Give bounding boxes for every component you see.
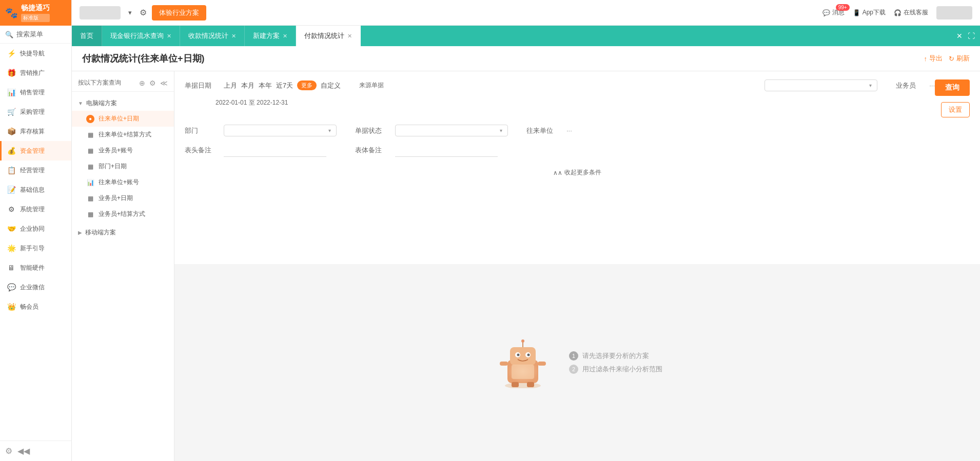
- content-area: 付款情况统计(往来单位+日期) ↑ 导出 ↻ 刷新 按以下方案查询 ⊕ ⚙: [72, 46, 980, 461]
- voucher-status-select[interactable]: ▾: [395, 125, 508, 136]
- page-header-right: ↑ 导出 ↻ 刷新: [924, 54, 970, 63]
- scheme-item-staff-date[interactable]: ▦ 业务员+日期: [72, 190, 174, 206]
- online-service-btn[interactable]: 🎧 在线客服: [894, 8, 928, 17]
- tab-receipt-stats-close[interactable]: ✕: [231, 33, 236, 39]
- marketing-icon: 🎁: [7, 68, 16, 77]
- messages-btn[interactable]: 💬 消息 99+: [822, 8, 845, 17]
- table-header-note-input[interactable]: [224, 144, 326, 157]
- scheme-icon: ▦: [86, 210, 94, 218]
- sidebar-item-inventory[interactable]: 📦 库存核算: [0, 122, 71, 141]
- sidebar-item-hardware[interactable]: 🖥 智能硬件: [0, 258, 71, 277]
- sidebar-bottom: ⚙ ◀◀: [0, 440, 71, 461]
- desktop-group-header[interactable]: ▼ 电脑端方案: [72, 96, 174, 111]
- table-body-note-input[interactable]: [395, 144, 498, 157]
- tab-payment-stats[interactable]: 付款情况统计 ✕: [296, 26, 361, 46]
- logo-icon: 🐾: [5, 7, 18, 19]
- svg-point-5: [517, 354, 520, 356]
- topbar-right: 💬 消息 99+ 📱 App下载 🎧 在线客服: [822, 6, 972, 19]
- scheme-item-label: 业务员+账号: [99, 146, 133, 155]
- scheme-icon: ▦: [86, 163, 94, 171]
- add-scheme-btn[interactable]: ⊕: [139, 79, 145, 87]
- sidebar-item-basic[interactable]: 📝 基础信息: [0, 180, 71, 199]
- sidebar-item-guide[interactable]: 🌟 新手引导: [0, 238, 71, 258]
- tab-bank-flow[interactable]: 现金银行流水查询 ✕: [102, 26, 180, 46]
- tab-home-label: 首页: [80, 31, 93, 41]
- export-icon: ↑: [924, 55, 928, 63]
- mobile-group-header[interactable]: ▶ 移动端方案: [72, 224, 174, 241]
- sidebar-item-operation[interactable]: 📋 经营管理: [0, 161, 71, 180]
- source-select[interactable]: ▾: [765, 79, 877, 91]
- sidebar-item-wechat[interactable]: 💬 企业微信: [0, 277, 71, 297]
- search-icon: 🔍: [5, 31, 13, 38]
- messages-badge: 99+: [836, 4, 850, 11]
- user-avatar[interactable]: [936, 6, 972, 19]
- scheme-item-unit-settle[interactable]: ▦ 往来单位+结算方式: [72, 127, 174, 143]
- export-btn[interactable]: ↑ 导出: [924, 54, 943, 63]
- tab-home[interactable]: 首页: [72, 26, 102, 46]
- expand-icon[interactable]: ⛶: [968, 32, 975, 40]
- collapse-panel-btn[interactable]: ≪: [160, 79, 168, 87]
- note-filter-row: 表头备注 表体备注: [185, 144, 970, 157]
- scheme-item-dept-date[interactable]: ▦ 部门+日期: [72, 158, 174, 174]
- settings-bottom-icon[interactable]: ⚙: [5, 446, 12, 456]
- result-step-1: 1 请先选择要分析的方案: [569, 351, 662, 360]
- operation-icon: 📋: [7, 166, 16, 175]
- voucher-status-label: 单据状态: [355, 126, 382, 135]
- sidebar-item-marketing[interactable]: 🎁 营销推广: [0, 63, 71, 83]
- sidebar-item-sales[interactable]: 📊 销售管理: [0, 83, 71, 102]
- dept-label: 部门: [185, 126, 215, 135]
- sidebar-item-label: 企业微信: [20, 283, 45, 292]
- company-dropdown[interactable]: ▾: [126, 9, 134, 16]
- sidebar-item-purchase[interactable]: 🛒 采购管理: [0, 102, 71, 122]
- collapse-conditions-btn[interactable]: ∧∧ 收起更多条件: [185, 164, 970, 181]
- filter-right-btns: 查询 设置: [935, 79, 970, 117]
- staff-select-dots[interactable]: ···: [929, 82, 935, 89]
- sidebar-item-member[interactable]: 👑 畅会员: [0, 297, 71, 316]
- sidebar-item-coop[interactable]: 🤝 企业协同: [0, 219, 71, 238]
- settings-btn[interactable]: 设置: [941, 102, 970, 117]
- scheme-item-unit-date[interactable]: ● 往来单位+日期: [72, 111, 174, 127]
- date-custom[interactable]: 自定义: [321, 81, 341, 90]
- tab-new-scheme[interactable]: 新建方案 ✕: [245, 26, 296, 46]
- date-last-7[interactable]: 近7天: [276, 81, 293, 90]
- guide-icon: 🌟: [7, 244, 16, 253]
- dept-select[interactable]: ▾: [224, 125, 337, 136]
- sidebar-item-quick-nav[interactable]: ⚡ 快捷导航: [0, 44, 71, 63]
- sidebar-item-label: 快捷导航: [20, 49, 45, 58]
- refresh-btn[interactable]: ↻ 刷新: [949, 54, 970, 63]
- scheme-item-unit-account[interactable]: 📊 往来单位+账号: [72, 174, 174, 190]
- tab-payment-stats-close[interactable]: ✕: [347, 33, 352, 39]
- search-menu[interactable]: 🔍 搜索菜单: [0, 26, 71, 44]
- date-more[interactable]: 更多: [297, 81, 317, 90]
- app-download-btn[interactable]: 📱 App下载: [853, 8, 886, 17]
- query-btn[interactable]: 查询: [935, 79, 970, 96]
- partner-select-dots[interactable]: ···: [566, 127, 572, 134]
- scheme-item-staff-account[interactable]: ▦ 业务员+账号: [72, 143, 174, 158]
- close-window-icon[interactable]: ✕: [956, 32, 963, 40]
- tab-new-scheme-close[interactable]: ✕: [283, 33, 287, 39]
- date-this-year[interactable]: 本年: [259, 81, 272, 90]
- sidebar-item-label: 基础信息: [20, 186, 45, 194]
- tab-receipt-stats[interactable]: 收款情况统计 ✕: [180, 26, 245, 46]
- settings-icon[interactable]: ⚙: [140, 8, 147, 17]
- date-this-month[interactable]: 本月: [241, 81, 254, 90]
- date-last-month[interactable]: 上月: [224, 81, 237, 90]
- tab-bank-flow-close[interactable]: ✕: [167, 33, 171, 39]
- sidebar-item-finance[interactable]: 💰 资金管理: [0, 141, 71, 161]
- collapse-sidebar-icon[interactable]: ◀◀: [17, 446, 30, 456]
- topbar: ▾ ⚙ 体验行业方案 💬 消息 99+ 📱 App下载 🎧 在线客服: [72, 0, 980, 26]
- trial-btn[interactable]: 体验行业方案: [152, 5, 206, 21]
- refresh-icon: ↻: [949, 55, 954, 63]
- main-content: 按以下方案查询 ⊕ ⚙ ≪ ▼ 电脑端方案 ● 往来单位+日期 ▦: [72, 71, 980, 461]
- basic-icon: 📝: [7, 185, 16, 194]
- empty-illustration: [492, 337, 554, 388]
- side-panel-toolbar: 按以下方案查询 ⊕ ⚙ ≪: [72, 76, 174, 92]
- sidebar-item-system[interactable]: ⚙ 系统管理: [0, 199, 71, 219]
- scheme-settings-btn[interactable]: ⚙: [149, 79, 156, 87]
- inventory-icon: 📦: [7, 127, 16, 136]
- collapse-label: 收起更多条件: [564, 168, 601, 177]
- side-panel: 按以下方案查询 ⊕ ⚙ ≪ ▼ 电脑端方案 ● 往来单位+日期 ▦: [72, 71, 174, 461]
- main-area: ▾ ⚙ 体验行业方案 💬 消息 99+ 📱 App下载 🎧 在线客服 首页: [72, 0, 980, 461]
- scheme-item-staff-settle[interactable]: ▦ 业务员+结算方式: [72, 206, 174, 222]
- source-label: 来源单据: [359, 81, 756, 90]
